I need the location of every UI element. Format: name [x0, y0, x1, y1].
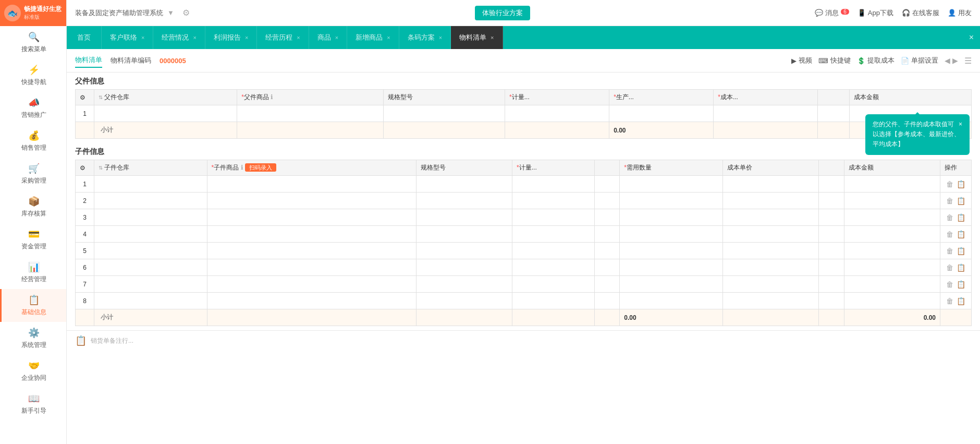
child-unit-7[interactable]	[512, 276, 595, 293]
scan-input-button[interactable]: 扫码录入	[245, 163, 276, 172]
sub-nav-bom-code[interactable]: 物料清单编码	[111, 54, 151, 67]
child-qty-1[interactable]	[620, 176, 723, 193]
child-warehouse-7[interactable]	[94, 276, 207, 293]
child-qty-5[interactable]	[620, 243, 723, 259]
sidebar-item-system[interactable]: ⚙️ 系统管理	[0, 322, 66, 355]
child-unit-5[interactable]	[512, 243, 595, 259]
child-goods-2[interactable]	[207, 193, 416, 209]
child-warehouse-2[interactable]	[94, 193, 207, 209]
bottom-bar-placeholder[interactable]: 销货单备注行...	[91, 337, 133, 345]
copy-icon-5[interactable]: 📋	[957, 247, 965, 255]
child-goods-8[interactable]	[207, 293, 416, 309]
child-qty-3[interactable]	[620, 209, 723, 226]
child-goods-7[interactable]	[207, 276, 416, 293]
tab-operations[interactable]: 经营情况 ×	[153, 26, 205, 49]
tab-bom[interactable]: 物料清单 ×	[451, 26, 503, 49]
parent-produce-1[interactable]	[609, 105, 714, 122]
shortcut-button[interactable]: ⌨ 快捷键	[818, 56, 851, 65]
sidebar-item-purchase[interactable]: 🛒 采购管理	[0, 158, 66, 190]
child-unit-3[interactable]	[512, 209, 595, 226]
tab-goods-close[interactable]: ×	[335, 34, 338, 41]
app-download-button[interactable]: 📱 App下载	[858, 8, 893, 18]
child-unit-8[interactable]	[512, 293, 595, 309]
child-unit-1[interactable]	[512, 176, 595, 193]
child-spec-8[interactable]	[416, 293, 512, 309]
child-qty-6[interactable]	[620, 259, 723, 276]
child-spec-2[interactable]	[416, 193, 512, 209]
child-goods-5[interactable]	[207, 243, 416, 259]
extract-cost-button[interactable]: 💲 提取成本	[857, 56, 895, 65]
child-goods-6[interactable]	[207, 259, 416, 276]
try-industry-button[interactable]: 体验行业方案	[475, 6, 530, 20]
sidebar-item-search[interactable]: 🔍 搜索菜单	[0, 26, 66, 59]
child-spec-6[interactable]	[416, 259, 512, 276]
parent-goods-1[interactable]	[237, 105, 383, 122]
delete-icon-8[interactable]: 🗑	[946, 297, 953, 305]
tab-profit[interactable]: 利润报告 ×	[205, 26, 257, 49]
sidebar-item-quick-nav[interactable]: ⚡ 快捷导航	[0, 59, 66, 92]
tab-customer[interactable]: 客户联络 ×	[102, 26, 153, 49]
delete-icon-5[interactable]: 🗑	[946, 247, 953, 255]
parent-spec-1[interactable]	[383, 105, 505, 122]
child-warehouse-1[interactable]	[94, 176, 207, 193]
view-toggle-icon[interactable]: ☰	[964, 56, 972, 66]
sidebar-item-marketing[interactable]: 📣 营销推广	[0, 92, 66, 125]
child-unit-cost-3[interactable]	[722, 209, 818, 226]
message-button[interactable]: 💬 消息 6	[815, 8, 849, 18]
sidebar-item-guide[interactable]: 📖 新手引导	[0, 388, 66, 421]
copy-icon-8[interactable]: 📋	[957, 297, 965, 305]
bottom-bar-icon[interactable]: 📋	[75, 335, 87, 346]
child-warehouse-8[interactable]	[94, 293, 207, 309]
sidebar-item-sales[interactable]: 💰 销售管理	[0, 125, 66, 158]
tab-profit-close[interactable]: ×	[245, 34, 248, 41]
child-spec-3[interactable]	[416, 209, 512, 226]
copy-icon-3[interactable]: 📋	[957, 213, 965, 222]
delete-icon-7[interactable]: 🗑	[946, 280, 953, 289]
tab-barcode-close[interactable]: ×	[439, 34, 442, 41]
tab-history-close[interactable]: ×	[297, 34, 300, 41]
child-qty-2[interactable]	[620, 193, 723, 209]
child-goods-3[interactable]	[207, 209, 416, 226]
child-unit-cost-6[interactable]	[722, 259, 818, 276]
child-settings-gear-icon[interactable]: ⚙	[80, 164, 85, 172]
delete-icon-1[interactable]: 🗑	[946, 180, 953, 188]
child-unit-cost-5[interactable]	[722, 243, 818, 259]
child-spec-4[interactable]	[416, 226, 512, 243]
sidebar-item-inventory[interactable]: 📦 库存核算	[0, 190, 66, 223]
child-goods-1[interactable]	[207, 176, 416, 193]
tab-operations-close[interactable]: ×	[193, 34, 196, 41]
delete-icon-2[interactable]: 🗑	[946, 197, 953, 205]
child-unit-cost-8[interactable]	[722, 293, 818, 309]
copy-icon-7[interactable]: 📋	[957, 280, 965, 289]
copy-icon-1[interactable]: 📋	[957, 180, 965, 188]
tab-new-goods-close[interactable]: ×	[387, 34, 390, 41]
delete-icon-3[interactable]: 🗑	[946, 213, 953, 222]
child-qty-7[interactable]	[620, 276, 723, 293]
child-qty-8[interactable]	[620, 293, 723, 309]
tooltip-close-button[interactable]: ×	[959, 119, 962, 129]
sub-nav-bom[interactable]: 物料清单	[75, 53, 102, 68]
sidebar-item-management[interactable]: 📊 经营管理	[0, 256, 66, 289]
delete-icon-4[interactable]: 🗑	[946, 230, 953, 238]
prev-arrow[interactable]: ◀	[945, 56, 950, 65]
delete-icon-6[interactable]: 🗑	[946, 263, 953, 272]
sidebar-item-basic-info[interactable]: 📋 基础信息	[0, 289, 66, 322]
child-unit-cost-7[interactable]	[722, 276, 818, 293]
tab-barcode[interactable]: 条码方案 ×	[399, 26, 451, 49]
copy-icon-6[interactable]: 📋	[957, 263, 965, 272]
tab-customer-close[interactable]: ×	[141, 34, 144, 41]
child-unit-cost-4[interactable]	[722, 226, 818, 243]
child-warehouse-4[interactable]	[94, 226, 207, 243]
tab-history[interactable]: 经营历程 ×	[257, 26, 309, 49]
dropdown-arrow-icon[interactable]: ▼	[167, 9, 174, 17]
parent-cost-1[interactable]	[714, 105, 818, 122]
parent-warehouse-1[interactable]	[94, 105, 237, 122]
child-qty-4[interactable]	[620, 226, 723, 243]
copy-icon-2[interactable]: 📋	[957, 197, 965, 205]
sidebar-item-collab[interactable]: 🤝 企业协同	[0, 355, 66, 388]
copy-icon-4[interactable]: 📋	[957, 230, 965, 238]
video-button[interactable]: ▶ 视频	[791, 56, 812, 65]
child-unit-4[interactable]	[512, 226, 595, 243]
tab-new-goods[interactable]: 新增商品 ×	[347, 26, 399, 49]
next-arrow[interactable]: ▶	[952, 56, 958, 65]
